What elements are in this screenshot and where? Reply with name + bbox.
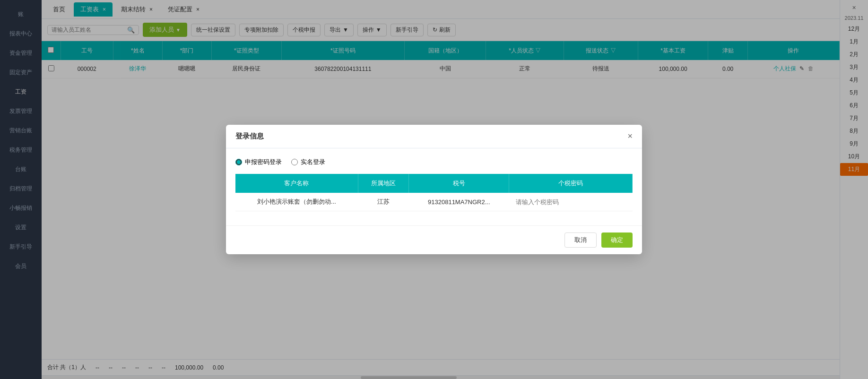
dialog-table-row: 刘小艳演示账套（勿删勿动... 江苏 91320811MA7NGR2... bbox=[235, 193, 633, 211]
dialog-title: 登录信息 bbox=[235, 132, 264, 141]
dialog-footer: 取消 确定 bbox=[226, 225, 642, 254]
radio-realname-input[interactable] bbox=[291, 159, 298, 165]
dialog-col-tax-no: 税号 bbox=[409, 174, 509, 193]
dialog-table: 客户名称 所属地区 税号 个税密码 刘小艳演示账套（勿删勿动... 江苏 913… bbox=[235, 174, 633, 211]
dialog-region: 江苏 bbox=[358, 193, 409, 211]
radio-password-label[interactable]: 申报密码登录 bbox=[235, 158, 282, 166]
dialog-body: 申报密码登录 实名登录 客户名称 所属地区 税号 个税密码 bbox=[226, 148, 642, 221]
dialog-col-name: 客户名称 bbox=[235, 174, 358, 193]
dialog-password-input[interactable] bbox=[516, 198, 626, 206]
radio-password-input[interactable] bbox=[235, 159, 242, 165]
radio-group: 申报密码登录 实名登录 bbox=[235, 158, 633, 166]
radio-realname-label[interactable]: 实名登录 bbox=[291, 158, 325, 166]
dialog-close-button[interactable]: × bbox=[627, 131, 633, 141]
dialog-col-password: 个税密码 bbox=[509, 174, 633, 193]
dialog-overlay: 登录信息 × 申报密码登录 实名登录 客户名称 所属地区 bbox=[0, 0, 868, 379]
dialog-confirm-button[interactable]: 确定 bbox=[601, 233, 633, 248]
dialog-header: 登录信息 × bbox=[226, 125, 642, 148]
dialog-password-cell[interactable] bbox=[509, 193, 633, 211]
login-dialog: 登录信息 × 申报密码登录 实名登录 客户名称 所属地区 bbox=[226, 125, 642, 254]
dialog-col-region: 所属地区 bbox=[358, 174, 409, 193]
dialog-tax-no: 91320811MA7NGR2... bbox=[409, 193, 509, 211]
dialog-cancel-button[interactable]: 取消 bbox=[564, 233, 597, 248]
dialog-client-name: 刘小艳演示账套（勿删勿动... bbox=[235, 193, 358, 211]
